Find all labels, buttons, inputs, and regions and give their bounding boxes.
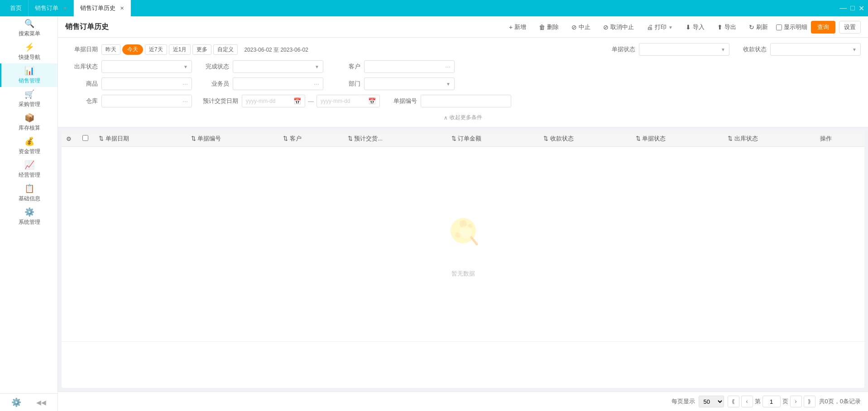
dept-select[interactable]: ▼ bbox=[364, 77, 455, 90]
tab-home[interactable]: 首页 bbox=[4, 0, 29, 16]
delete-button[interactable]: 🗑 删除 bbox=[534, 21, 563, 33]
select-all-checkbox[interactable] bbox=[82, 135, 88, 141]
1month-btn[interactable]: 近1月 bbox=[169, 44, 191, 55]
tab-sales-history[interactable]: 销售订单历史 ✕ bbox=[74, 0, 131, 16]
settings-button[interactable]: 设置 bbox=[839, 21, 861, 34]
total-info: 共0页，0条记录 bbox=[819, 397, 861, 406]
tab-sales-order-label: 销售订单 bbox=[35, 4, 58, 12]
empty-state-cell: 暂无数据 bbox=[62, 147, 864, 342]
sidebar-item-search-menu[interactable]: 🔍 搜索菜单 bbox=[0, 16, 58, 40]
salesperson-input[interactable]: ··· bbox=[233, 77, 323, 90]
th-doc-date[interactable]: ⇅ 单据日期 bbox=[94, 131, 187, 147]
th-order-amount[interactable]: ⇅ 订单金额 bbox=[447, 131, 539, 147]
first-page-btn[interactable]: ⟪ bbox=[728, 396, 739, 407]
filter-row-3: 商品 ··· 业务员 ··· 部门 ▼ bbox=[65, 77, 861, 90]
warehouse-dots[interactable]: ··· bbox=[182, 97, 188, 105]
window-close-icon[interactable]: ✕ bbox=[858, 4, 864, 13]
sidebar-item-finance-label: 资金管理 bbox=[19, 148, 40, 155]
th-order-amount-label: ⇅ 订单金额 bbox=[451, 135, 482, 142]
filter-section: 单据日期 昨天 今天 近7天 近1月 更多 自定义 2023-06-02 至 2… bbox=[58, 38, 868, 127]
maximize-icon[interactable]: □ bbox=[850, 4, 855, 12]
tab-sales-order[interactable]: 销售订单 ✕ bbox=[29, 0, 74, 16]
collapse-bar[interactable]: ∧ 收起更多条件 bbox=[65, 112, 861, 121]
th-doc-no[interactable]: ⇅ 单据编号 bbox=[187, 131, 279, 147]
sidebar-item-inventory[interactable]: 📦 库存核算 bbox=[0, 111, 58, 134]
expected-date-start[interactable]: yyyy-mm-dd 📅 bbox=[242, 95, 305, 107]
customer-input[interactable]: ··· bbox=[364, 60, 455, 73]
th-outbound-status[interactable]: ⇅ 出库状态 bbox=[723, 131, 815, 147]
sidebar-item-basic-info[interactable]: 📋 基础信息 bbox=[0, 181, 58, 205]
th-check[interactable] bbox=[78, 131, 94, 147]
minimize-icon[interactable]: — bbox=[839, 4, 847, 12]
date-sep: — bbox=[308, 98, 314, 105]
complete-status-select[interactable]: ▼ bbox=[233, 60, 323, 73]
custom-btn[interactable]: 自定义 bbox=[213, 44, 238, 55]
7days-btn[interactable]: 近7天 bbox=[145, 44, 167, 55]
import-button[interactable]: ⬇ 导入 bbox=[681, 21, 709, 33]
th-expected-date-label: ⇅ 预计交货... bbox=[348, 135, 383, 142]
goods-dots[interactable]: ··· bbox=[182, 80, 188, 87]
page-number-input[interactable] bbox=[762, 396, 781, 407]
more-btn[interactable]: 更多 bbox=[192, 44, 211, 55]
sidebar-item-operations[interactable]: 📈 经营管理 bbox=[0, 158, 58, 181]
display-detail-checkbox[interactable]: 显示明细 bbox=[776, 23, 807, 31]
top-bar: 首页 销售订单 ✕ 销售订单历史 ✕ — □ ✕ bbox=[0, 0, 868, 16]
settings-bottom-icon[interactable]: ⚙️ bbox=[11, 397, 21, 407]
print-button[interactable]: 🖨 打印 ▼ bbox=[642, 21, 677, 33]
page-size-select[interactable]: 20 50 100 bbox=[699, 396, 724, 407]
last-page-btn[interactable]: ⟫ bbox=[804, 396, 815, 407]
quick-nav-icon: ⚡ bbox=[24, 42, 34, 52]
stop-button[interactable]: ⊘ 中止 bbox=[567, 21, 595, 33]
goods-input[interactable]: ··· bbox=[101, 77, 192, 90]
tab-sales-history-close[interactable]: ✕ bbox=[120, 5, 124, 11]
new-button[interactable]: + 新增 bbox=[504, 21, 531, 33]
sidebar-item-purchase-label: 采购管理 bbox=[19, 101, 40, 108]
th-payment-status[interactable]: ⇅ 收款状态 bbox=[539, 131, 631, 147]
salesperson-dots[interactable]: ··· bbox=[314, 80, 319, 87]
export-button[interactable]: ⬆ 导出 bbox=[713, 21, 741, 33]
th-actions: 操作 bbox=[815, 131, 864, 147]
tab-sales-order-close[interactable]: ✕ bbox=[63, 5, 67, 11]
payment-status-select[interactable]: ▼ bbox=[770, 43, 861, 56]
customer-label: 客户 bbox=[332, 63, 364, 71]
dept-label: 部门 bbox=[332, 80, 364, 88]
sidebar-item-system[interactable]: ⚙️ 系统管理 bbox=[0, 205, 58, 228]
th-doc-status[interactable]: ⇅ 单据状态 bbox=[631, 131, 724, 147]
salesperson-label: 业务员 bbox=[201, 80, 233, 88]
calendar-start-icon[interactable]: 📅 bbox=[293, 97, 301, 105]
sidebar-item-finance[interactable]: 💰 资金管理 bbox=[0, 134, 58, 158]
table-area: ⚙ ⇅ 单据日期 ⇅ 单据编号 ⇅ 客户 bbox=[62, 131, 864, 388]
page-label-pre: 第 bbox=[755, 397, 761, 406]
th-gear[interactable]: ⚙ bbox=[62, 131, 78, 147]
prev-page-btn[interactable]: ‹ bbox=[741, 396, 753, 407]
new-icon: + bbox=[509, 24, 513, 31]
doc-number-input[interactable] bbox=[421, 95, 511, 107]
calendar-end-icon[interactable]: 📅 bbox=[368, 97, 376, 105]
display-detail-input[interactable] bbox=[776, 24, 782, 30]
cancel-stop-button[interactable]: ⊘ 取消中止 bbox=[599, 21, 638, 33]
next-page-btn[interactable]: › bbox=[790, 396, 802, 407]
yesterday-btn[interactable]: 昨天 bbox=[101, 44, 120, 55]
th-doc-no-label: ⇅ 单据编号 bbox=[191, 135, 221, 142]
filter-row-4: 仓库 ··· 预计交货日期 yyyy-mm-dd 📅 — yyyy-mm-dd … bbox=[65, 95, 861, 107]
expected-date-end-placeholder: yyyy-mm-dd bbox=[321, 98, 368, 104]
warehouse-input[interactable]: ··· bbox=[101, 95, 192, 107]
expected-date-end[interactable]: yyyy-mm-dd 📅 bbox=[317, 95, 380, 107]
th-customer[interactable]: ⇅ 客户 bbox=[278, 131, 343, 147]
collapse-sidebar-icon[interactable]: ◀◀ bbox=[36, 399, 46, 406]
customer-dots[interactable]: ··· bbox=[445, 63, 451, 70]
sidebar-item-sales[interactable]: 📊 销售管理 bbox=[0, 63, 58, 87]
new-label: 新增 bbox=[514, 23, 526, 31]
filter-row-1: 单据日期 昨天 今天 近7天 近1月 更多 自定义 2023-06-02 至 2… bbox=[65, 43, 861, 56]
sidebar-item-quick-nav[interactable]: ⚡ 快捷导航 bbox=[0, 40, 58, 63]
doc-status-select[interactable]: ▼ bbox=[639, 43, 729, 56]
outbound-status-select[interactable]: ▼ bbox=[101, 60, 192, 73]
today-btn[interactable]: 今天 bbox=[122, 44, 143, 55]
query-button[interactable]: 查询 bbox=[811, 21, 835, 34]
svg-point-4 bbox=[468, 224, 472, 228]
refresh-icon: ↻ bbox=[749, 24, 754, 31]
th-expected-date[interactable]: ⇅ 预计交货... bbox=[343, 131, 447, 147]
sidebar-item-purchase[interactable]: 🛒 采购管理 bbox=[0, 87, 58, 111]
refresh-button[interactable]: ↻ 刷新 bbox=[744, 21, 772, 33]
gear-icon[interactable]: ⚙ bbox=[66, 135, 72, 142]
